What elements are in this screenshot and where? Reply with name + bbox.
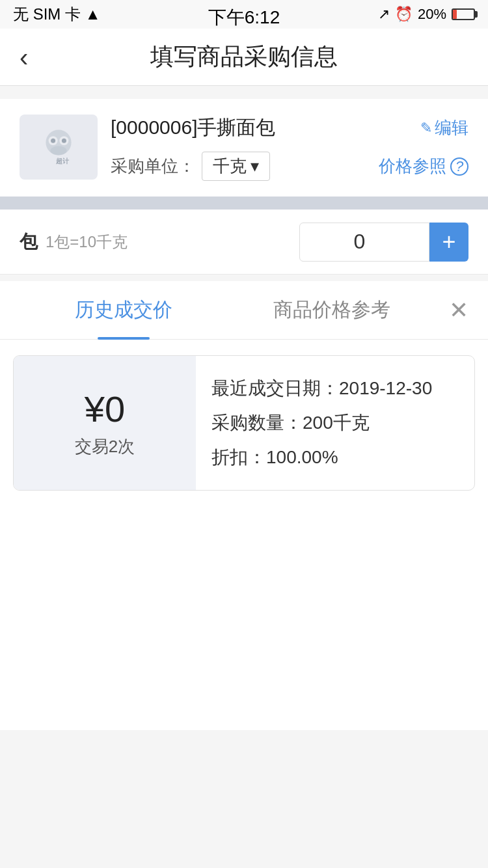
svg-point-4 [62, 139, 66, 143]
quantity-label: 采购数量： [211, 413, 303, 433]
location-icon: ↗ [378, 6, 390, 23]
edit-link[interactable]: ✎ 编辑 [420, 116, 468, 139]
card-discount-row: 折扣：100.00% [211, 444, 459, 470]
section-divider [0, 197, 488, 210]
package-label: 包 [20, 230, 38, 254]
quantity-input[interactable] [299, 223, 429, 262]
product-row: 超计 [0000006]手撕面包 ✎ 编辑 采购单位： 千克 ▾ [20, 115, 468, 181]
price-ref-info-icon: ? [450, 157, 468, 176]
product-info: [0000006]手撕面包 ✎ 编辑 采购单位： 千克 ▾ 价格参照 ? [111, 115, 468, 181]
discount-label: 折扣： [211, 447, 266, 467]
tab-product-price-label: 商品价格参考 [273, 297, 390, 323]
tab-close-button[interactable]: ✕ [449, 299, 468, 322]
card-right-panel: 最近成交日期：2019-12-30 采购数量：200千克 折扣：100.00% [196, 356, 474, 490]
battery-percent: 20% [418, 6, 446, 23]
quantity-increase-button[interactable]: + [429, 223, 468, 262]
edit-label: 编辑 [435, 116, 468, 139]
product-title-row: [0000006]手撕面包 ✎ 编辑 [111, 115, 468, 141]
price-ref-label: 价格参照 [379, 155, 446, 178]
back-button[interactable]: ‹ [20, 44, 28, 70]
quantity-value: 200千克 [303, 413, 370, 433]
card-recent-date-row: 最近成交日期：2019-12-30 [211, 375, 459, 401]
status-right: ↗ ⏰ 20% [378, 6, 475, 23]
card-quantity-row: 采购数量：200千克 [211, 410, 459, 435]
status-time: 下午6:12 [208, 5, 280, 30]
status-left: 无 SIM 卡 ▲ [13, 4, 100, 25]
product-display-name: 手撕面包 [197, 116, 275, 138]
price-ref-button[interactable]: 价格参照 ? [379, 155, 468, 178]
battery-indicator [452, 8, 475, 20]
unit-dropdown[interactable]: 千克 ▾ [202, 152, 270, 181]
tab-history-label: 历史成交价 [75, 297, 172, 323]
nav-bar: ‹ 填写商品采购信息 [0, 29, 488, 86]
alarm-icon: ⏰ [395, 6, 413, 23]
product-logo-icon: 超计 [36, 124, 81, 170]
tab-product-price-ref[interactable]: 商品价格参考 [228, 281, 436, 340]
tabs-bar: 历史成交价 商品价格参考 ✕ [0, 281, 488, 340]
history-card: ¥0 交易2次 最近成交日期：2019-12-30 采购数量：200千克 折扣：… [13, 355, 475, 491]
svg-point-5 [50, 146, 66, 156]
main-content: ¥0 交易2次 最近成交日期：2019-12-30 采购数量：200千克 折扣：… [0, 340, 488, 730]
package-conversion: 1包=10千克 [46, 232, 128, 252]
purchase-unit-left: 采购单位： 千克 ▾ [111, 152, 270, 181]
card-price-value: ¥0 [85, 388, 125, 430]
sim-label: 无 SIM 卡 ▲ [13, 4, 100, 25]
page-title: 填写商品采购信息 [150, 41, 338, 73]
product-image: 超计 [20, 115, 98, 180]
purchase-unit-row: 采购单位： 千克 ▾ 价格参照 ? [111, 152, 468, 181]
quantity-controls: + [299, 223, 468, 262]
product-id: [0000006] [111, 116, 197, 138]
svg-text:超计: 超计 [56, 157, 70, 165]
unit-value: 千克 [213, 155, 247, 178]
product-section: 超计 [0000006]手撕面包 ✎ 编辑 采购单位： 千克 ▾ [0, 99, 488, 197]
card-transactions: 交易2次 [75, 435, 135, 458]
card-container: ¥0 交易2次 最近成交日期：2019-12-30 采购数量：200千克 折扣：… [0, 340, 488, 506]
edit-icon: ✎ [420, 120, 432, 137]
product-name: [0000006]手撕面包 [111, 115, 275, 141]
purchase-unit-text: 采购单位： [111, 155, 195, 178]
quantity-label-group: 包 1包=10千克 [20, 230, 128, 254]
card-left-panel: ¥0 交易2次 [14, 356, 196, 490]
tab-history-price[interactable]: 历史成交价 [20, 281, 228, 340]
quantity-section: 包 1包=10千克 + [0, 210, 488, 275]
recent-date-label: 最近成交日期： [211, 378, 339, 398]
svg-point-3 [51, 139, 55, 143]
recent-date-value: 2019-12-30 [339, 378, 432, 398]
discount-value: 100.00% [266, 447, 338, 467]
dropdown-arrow-icon: ▾ [251, 156, 259, 176]
status-bar: 无 SIM 卡 ▲ 下午6:12 ↗ ⏰ 20% [0, 0, 488, 29]
